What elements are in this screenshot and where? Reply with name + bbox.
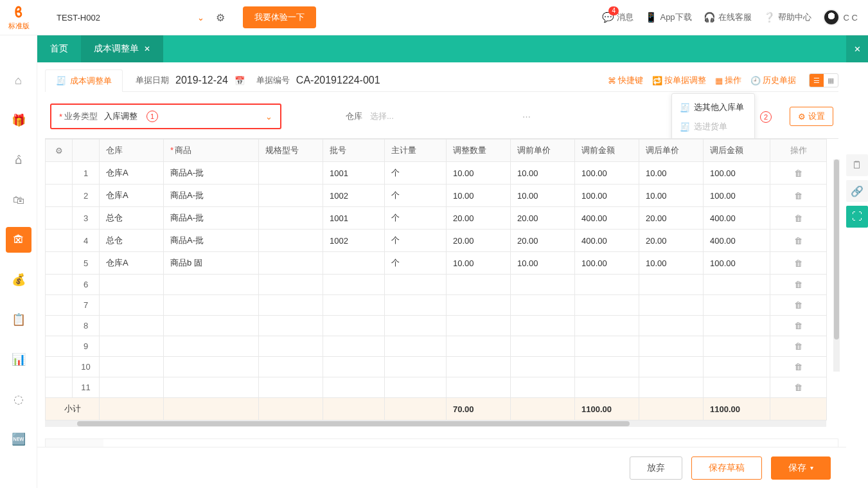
business-type-select[interactable]: * 业务类型 入库调整 1 ⌄ bbox=[50, 104, 281, 129]
table-row[interactable]: 2仓库A商品A-批1002个10.0010.00100.0010.00100.0… bbox=[46, 185, 827, 207]
cell-warehouse[interactable] bbox=[100, 357, 164, 377]
cell-product[interactable]: 商品A-批 bbox=[164, 162, 259, 185]
col-warehouse[interactable]: 仓库 bbox=[100, 140, 164, 162]
cell-warehouse[interactable] bbox=[100, 336, 164, 357]
col-product[interactable]: *商品 bbox=[164, 140, 259, 162]
cell-pre-price[interactable] bbox=[511, 275, 575, 295]
cell-spec[interactable] bbox=[259, 357, 323, 377]
cell-post-price[interactable] bbox=[639, 357, 704, 377]
user-menu[interactable]: C C bbox=[823, 9, 858, 26]
cell-spec[interactable] bbox=[259, 207, 323, 230]
col-post-amount[interactable]: 调后金额 bbox=[704, 140, 770, 162]
dropdown-purchase-bill[interactable]: 🧾 选进货单 bbox=[672, 117, 754, 136]
cell-spec[interactable] bbox=[259, 230, 323, 252]
cell-product[interactable]: 商品A-批 bbox=[164, 230, 259, 252]
row-delete-button[interactable]: 🗑 bbox=[770, 252, 827, 275]
app-download-button[interactable]: 📱 App下载 bbox=[645, 12, 691, 23]
cell-batch[interactable]: 1002 bbox=[323, 185, 385, 207]
cell-post-amount[interactable]: 100.00 bbox=[704, 185, 770, 207]
cell-batch[interactable] bbox=[323, 252, 385, 275]
cell-post-amount[interactable] bbox=[704, 336, 770, 357]
cell-qty[interactable] bbox=[447, 357, 511, 377]
cell-pre-amount[interactable]: 100.00 bbox=[575, 185, 639, 207]
tool-link-icon[interactable]: 🔗 bbox=[846, 180, 868, 202]
table-row[interactable]: 10🗑 bbox=[46, 357, 827, 377]
table-row[interactable]: 6🗑 bbox=[46, 275, 827, 295]
nav-bag-icon[interactable]: 🛍 bbox=[6, 187, 31, 213]
cell-batch[interactable] bbox=[323, 316, 385, 336]
document-title-tab[interactable]: 🧾 成本调整单 bbox=[45, 69, 123, 92]
col-spec[interactable]: 规格型号 bbox=[259, 140, 323, 162]
cell-qty[interactable] bbox=[447, 316, 511, 336]
nav-gift-icon[interactable]: 🎁 bbox=[6, 107, 31, 133]
action-by-bill[interactable]: 🔁按单据调整 bbox=[652, 75, 706, 86]
cell-qty[interactable]: 10.00 bbox=[447, 252, 511, 275]
cell-pre-price[interactable]: 10.00 bbox=[511, 252, 575, 275]
table-row[interactable]: 1仓库A商品A-批1001个10.0010.00100.0010.00100.0… bbox=[46, 162, 827, 185]
cell-spec[interactable] bbox=[259, 295, 323, 316]
close-all-tabs-button[interactable]: ✕ bbox=[846, 35, 868, 62]
view-grid-icon[interactable]: ▦ bbox=[824, 74, 838, 87]
cell-qty[interactable]: 10.00 bbox=[447, 162, 511, 185]
cell-product[interactable]: 商品A-批 bbox=[164, 185, 259, 207]
cell-unit[interactable] bbox=[385, 275, 447, 295]
online-service-button[interactable]: 🎧 在线客服 bbox=[704, 12, 752, 23]
cell-post-price[interactable]: 10.00 bbox=[639, 162, 704, 185]
cell-post-price[interactable]: 10.00 bbox=[639, 252, 704, 275]
cell-batch[interactable] bbox=[323, 275, 385, 295]
action-operate[interactable]: ▦操作 bbox=[715, 75, 741, 86]
dropdown-other-inbound[interactable]: 🧾 选其他入库单 bbox=[672, 98, 754, 117]
table-row[interactable]: 11🗑 bbox=[46, 377, 827, 398]
cell-pre-price[interactable] bbox=[511, 377, 575, 398]
cell-batch[interactable]: 1002 bbox=[323, 230, 385, 252]
cell-product[interactable] bbox=[164, 357, 259, 377]
discard-button[interactable]: 放弃 bbox=[630, 456, 682, 480]
cell-batch[interactable]: 1001 bbox=[323, 207, 385, 230]
table-row[interactable]: 3总仓商品A-批1001个20.0020.00400.0020.00400.00… bbox=[46, 207, 827, 230]
cell-unit[interactable]: 个 bbox=[385, 162, 447, 185]
cell-spec[interactable] bbox=[259, 377, 323, 398]
cell-pre-amount[interactable] bbox=[575, 377, 639, 398]
cell-product[interactable]: 商品b 固 bbox=[164, 252, 259, 275]
calendar-icon[interactable]: 📅 bbox=[235, 76, 245, 86]
cell-product[interactable] bbox=[164, 316, 259, 336]
cell-pre-amount[interactable] bbox=[575, 295, 639, 316]
cell-warehouse[interactable] bbox=[100, 275, 164, 295]
more-icon[interactable]: ⋯ bbox=[522, 112, 532, 122]
table-row[interactable]: 4总仓商品A-批1002个20.0020.00400.0020.00400.00… bbox=[46, 230, 827, 252]
cell-warehouse[interactable]: 总仓 bbox=[100, 230, 164, 252]
cell-post-amount[interactable]: 100.00 bbox=[704, 252, 770, 275]
tab-cost-adjust[interactable]: 成本调整单 ✕ bbox=[81, 35, 163, 62]
cell-unit[interactable] bbox=[385, 316, 447, 336]
close-icon[interactable]: ✕ bbox=[144, 44, 150, 53]
cell-post-amount[interactable] bbox=[704, 316, 770, 336]
table-row[interactable]: 7🗑 bbox=[46, 295, 827, 316]
help-center-button[interactable]: ❔ 帮助中心 bbox=[763, 12, 811, 23]
cell-unit[interactable] bbox=[385, 357, 447, 377]
cell-spec[interactable] bbox=[259, 316, 323, 336]
cell-unit[interactable] bbox=[385, 295, 447, 316]
cell-pre-amount[interactable] bbox=[575, 275, 639, 295]
cell-spec[interactable] bbox=[259, 275, 323, 295]
cell-batch[interactable]: 1001 bbox=[323, 162, 385, 185]
settings-button[interactable]: ⚙ 设置 bbox=[790, 107, 833, 126]
column-settings-button[interactable]: ⚙ bbox=[46, 140, 73, 162]
cell-pre-price[interactable]: 20.00 bbox=[511, 207, 575, 230]
col-qty[interactable]: 调整数量 bbox=[447, 140, 511, 162]
cell-warehouse[interactable] bbox=[100, 377, 164, 398]
cell-pre-amount[interactable]: 100.00 bbox=[575, 162, 639, 185]
cta-trial-button[interactable]: 我要体验一下 bbox=[243, 6, 316, 28]
cell-unit[interactable]: 个 bbox=[385, 185, 447, 207]
cell-product[interactable]: 商品A-批 bbox=[164, 207, 259, 230]
row-delete-button[interactable]: 🗑 bbox=[770, 295, 827, 316]
col-unit[interactable]: 主计量 bbox=[385, 140, 447, 162]
nav-warehouse-icon[interactable]: 🏚 bbox=[6, 227, 31, 253]
row-delete-button[interactable]: 🗑 bbox=[770, 207, 827, 230]
nav-new-icon[interactable]: 🆕 bbox=[6, 426, 31, 452]
cell-spec[interactable] bbox=[259, 252, 323, 275]
cell-pre-amount[interactable] bbox=[575, 336, 639, 357]
cell-warehouse[interactable]: 总仓 bbox=[100, 207, 164, 230]
cell-post-price[interactable] bbox=[639, 316, 704, 336]
cell-product[interactable] bbox=[164, 295, 259, 316]
cell-post-amount[interactable] bbox=[704, 357, 770, 377]
